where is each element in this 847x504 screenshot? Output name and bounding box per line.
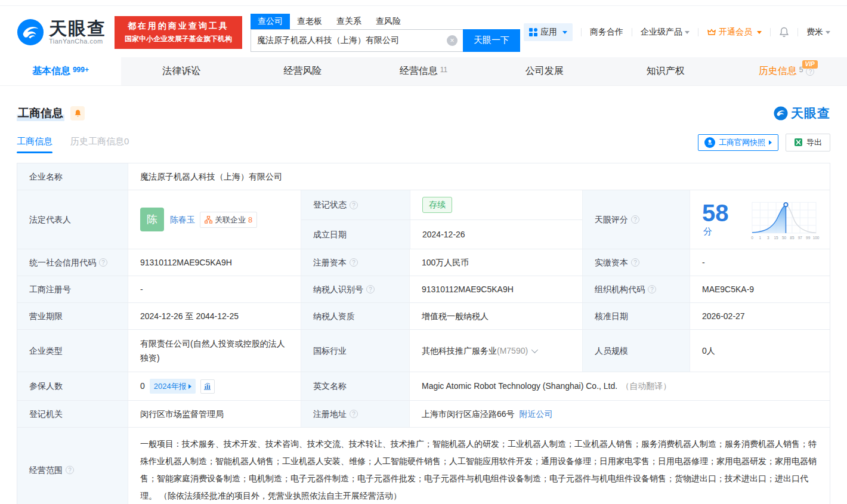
search-tab-risk[interactable]: 查风险 xyxy=(369,14,408,29)
search-input[interactable] xyxy=(251,30,447,51)
table-row: 参保人数 0 2024年报 英文名称 xyxy=(17,372,830,401)
notification-bell-icon[interactable] xyxy=(779,27,789,38)
approval-date-value: 2026-02-27 xyxy=(690,303,830,329)
export-button[interactable]: 导出 xyxy=(786,134,830,151)
score-distribution-chart[interactable]: 013 155085 9799100 xyxy=(748,197,820,242)
bar-chart-icon xyxy=(203,382,211,390)
tab-count: 11 xyxy=(440,66,447,74)
insured-trend-button[interactable] xyxy=(200,379,215,394)
tab-label: 基本信息 xyxy=(32,65,70,78)
help-icon[interactable]: ? xyxy=(99,258,107,267)
score-label: 天眼评分 ? xyxy=(582,190,690,249)
report-chip-label: 2024年报 xyxy=(154,380,187,392)
taxpayer-id-label: 纳税人识别号 ? xyxy=(301,276,409,302)
related-companies-chip[interactable]: 关联企业 8 xyxy=(200,212,257,228)
nav-cooperation[interactable]: 商务合作 xyxy=(590,27,623,38)
label-text: 注册地址 xyxy=(313,408,347,420)
reg-capital-value: 100万人民币 xyxy=(409,249,582,276)
table-row: 登记状态 ? 存续 xyxy=(301,190,582,219)
nav-divider xyxy=(632,28,632,36)
company-type-value: 有限责任公司(自然人投资或控股的法人独资) xyxy=(128,330,301,372)
tab-legal-proceedings[interactable]: 法律诉讼 xyxy=(121,57,242,85)
search-tab-relation[interactable]: 查关系 xyxy=(329,14,369,29)
svg-text:15: 15 xyxy=(774,236,779,240)
legal-rep-cell: 陈 陈春玉 关联企业 8 xyxy=(128,190,301,249)
legal-rep-name-link[interactable]: 陈春玉 xyxy=(170,214,195,226)
vip-label: 开通会员 xyxy=(719,27,752,38)
reg-number-value: - xyxy=(128,276,301,302)
auto-translate-note: （自动翻译） xyxy=(621,380,671,392)
table-row: 企业名称 魔法原子机器人科技（上海）有限公司 xyxy=(17,163,830,190)
annual-report-chip[interactable]: 2024年报 xyxy=(150,379,196,394)
svg-text:3: 3 xyxy=(767,236,769,240)
subscribe-bell-button[interactable] xyxy=(70,106,85,120)
tab-label: 法律诉讼 xyxy=(162,65,200,78)
help-icon[interactable]: ? xyxy=(66,466,74,474)
uscc-label: 统一社会信用代码 ? xyxy=(17,249,128,276)
stamp-icon xyxy=(704,137,715,148)
page-top-divider xyxy=(0,0,847,6)
nav-vip-upgrade[interactable]: 开通会员 xyxy=(707,27,762,38)
search-tabs: 查公司 查老板 查关系 查风险 xyxy=(251,13,520,29)
staff-size-label: 人员规模 xyxy=(582,330,690,372)
help-icon[interactable]: ? xyxy=(631,258,639,267)
insured-label: 参保人数 xyxy=(17,372,128,400)
tab-company-development[interactable]: 公司发展 xyxy=(484,57,605,85)
tianyancha-watermark: 天眼查 xyxy=(774,105,830,122)
promo-line2: 国家中小企业发展子基金旗下机构 xyxy=(120,34,236,44)
section-title: 工商信息 xyxy=(17,106,64,121)
arrow-right-icon xyxy=(769,140,772,145)
bell-icon xyxy=(74,109,82,118)
business-info-table: 企业名称 魔法原子机器人科技（上海）有限公司 法定代表人 陈 陈春玉 关联企业 … xyxy=(17,163,830,504)
svg-text:1: 1 xyxy=(759,236,762,240)
search-button[interactable]: 天眼一下 xyxy=(463,29,520,52)
tab-operation-risk[interactable]: 经营风险 xyxy=(242,57,363,85)
svg-text:97: 97 xyxy=(798,236,803,240)
english-name-label: 英文名称 xyxy=(301,372,409,400)
apps-label: 应用 xyxy=(540,27,557,38)
logo-domain: TianYanCha.com xyxy=(49,38,106,45)
logo-text: 天眼查 xyxy=(49,20,106,38)
status-badge: 存续 xyxy=(422,197,452,213)
svg-text:50: 50 xyxy=(782,236,787,240)
est-date-label: 成立日期 xyxy=(301,220,410,249)
nav-enterprise[interactable]: 企业级产品 xyxy=(641,27,690,38)
help-icon[interactable]: ? xyxy=(350,410,358,418)
apps-menu[interactable]: 应用 xyxy=(524,23,573,41)
search-tab-company[interactable]: 查公司 xyxy=(251,14,290,29)
nav-user-account[interactable]: 费米 xyxy=(806,27,830,38)
clear-search-icon[interactable]: × xyxy=(447,35,457,46)
taxpayer-id-value: 91310112MAE9C5KA9H xyxy=(409,276,582,302)
label-text: 注册资本 xyxy=(313,256,347,269)
search-tab-boss[interactable]: 查老板 xyxy=(290,14,329,29)
org-code-value: MAE9C5KA-9 xyxy=(690,276,830,302)
help-icon[interactable]: ? xyxy=(648,285,656,293)
label-text: 实缴资本 xyxy=(595,256,628,269)
section-actions: 工商官网快照 导出 xyxy=(698,134,830,151)
tianyancha-logo[interactable]: 天眼查 TianYanCha.com xyxy=(17,18,106,46)
tab-intellectual-property[interactable]: 知识产权 xyxy=(605,57,726,85)
help-icon[interactable]: ? xyxy=(350,201,358,209)
help-icon[interactable]: ? xyxy=(350,258,358,267)
staff-size-value: 0人 xyxy=(690,330,830,372)
svg-text:100: 100 xyxy=(813,236,820,240)
help-icon[interactable]: ? xyxy=(366,285,375,293)
taxpayer-quality-label: 纳税人资质 xyxy=(301,303,409,329)
tab-history-info[interactable]: VIP 历史信息 5 ? xyxy=(726,57,847,85)
tab-operation-info[interactable]: 经营信息 11 xyxy=(363,57,484,85)
legal-rep-avatar[interactable]: 陈 xyxy=(140,208,164,231)
snapshot-label: 工商官网快照 xyxy=(719,137,765,148)
tab-label: 经营信息 xyxy=(400,65,438,78)
chevron-down-icon[interactable] xyxy=(531,347,538,353)
subtab-business-info[interactable]: 工商信息 xyxy=(17,136,52,153)
reg-authority-value: 闵行区市场监督管理局 xyxy=(128,401,301,427)
tab-basic-info[interactable]: 基本信息 999+ xyxy=(0,57,121,85)
help-icon[interactable]: ? xyxy=(631,215,639,224)
nearby-companies-link[interactable]: 附近公司 xyxy=(520,408,553,420)
subtab-history-business-info[interactable]: 历史工商信息0 xyxy=(70,136,129,153)
official-snapshot-button[interactable]: 工商官网快照 xyxy=(698,134,778,151)
taxpayer-quality-value: 增值税一般纳税人 xyxy=(409,303,582,329)
table-row: 统一社会信用代码 ? 91310112MAE9C5KA9H 注册资本 ? 100… xyxy=(17,249,830,276)
reg-status-label: 登记状态 ? xyxy=(301,190,410,219)
apps-caret-icon xyxy=(562,31,567,34)
